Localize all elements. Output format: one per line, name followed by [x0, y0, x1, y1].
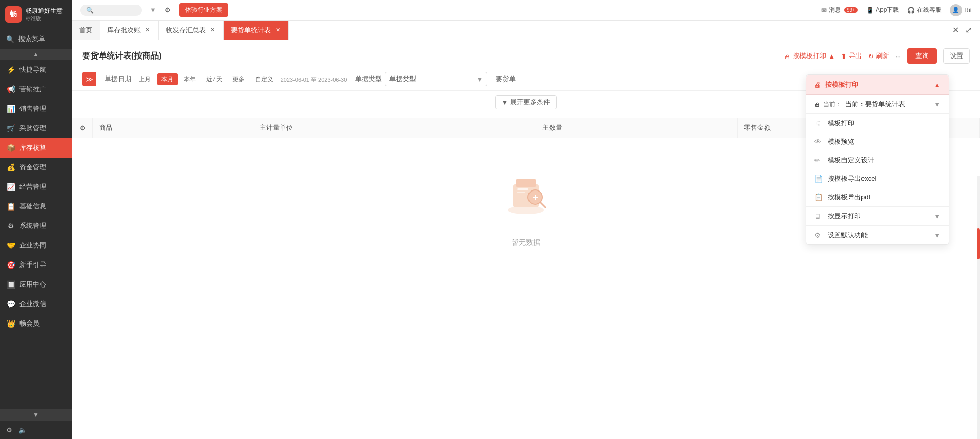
display-print-arrow: ▼: [934, 213, 940, 220]
set-default-icon: ⚙: [814, 231, 822, 239]
sound-footer-icon[interactable]: 🔈: [18, 426, 27, 434]
app-logo: 畅 畅康通好生意 标准版: [0, 0, 72, 29]
tab-order-stats[interactable]: 要货单统计表 ✕: [224, 21, 289, 40]
tab-receivables-summary[interactable]: 收发存汇总表 ✕: [159, 21, 224, 40]
wechat-icon: 💬: [6, 300, 15, 308]
messages-btn[interactable]: ✉ 消息 99+: [821, 6, 858, 14]
print-chevron-icon: ▲: [828, 52, 835, 60]
industry-btn[interactable]: 体验行业方案: [179, 3, 228, 17]
dropdown-item-set-default[interactable]: ⚙ 设置默认功能 ▼: [806, 226, 949, 244]
topbar-dropdown-icon[interactable]: ▼: [150, 6, 156, 14]
date-tab-7days[interactable]: 近7天: [202, 73, 226, 85]
tab-home[interactable]: 首页: [72, 21, 100, 40]
sidebar-search[interactable]: 🔍 搜索菜单: [0, 29, 72, 49]
messages-badge: 99+: [844, 7, 858, 13]
expand-conditions-btn[interactable]: ▼ 展开更多条件: [495, 95, 557, 109]
settings-footer-icon[interactable]: ⚙: [6, 426, 12, 434]
tab-expand-btn[interactable]: ⤢: [963, 23, 974, 37]
dropdown-item-display-print[interactable]: 🖥 按显示打印 ▼: [806, 207, 949, 225]
tab-inventory-batch-label: 库存批次账: [107, 26, 141, 35]
app-download-btn[interactable]: 📱 App下载: [866, 6, 899, 14]
sidebar-item-finance[interactable]: 💰 资金管理: [0, 158, 72, 177]
sidebar-item-wechat[interactable]: 💬 企业微信: [0, 294, 72, 314]
new-guide-label: 新手引导: [19, 260, 46, 270]
column-settings-icon[interactable]: ⚙: [80, 124, 86, 132]
goods-filter-label: 要货单: [496, 74, 516, 84]
print-dropdown-header: 🖨 按模板打印 ▲: [806, 75, 949, 95]
sidebar-footer: ⚙ 🔈: [0, 421, 72, 439]
sidebar-item-base-info[interactable]: 📋 基础信息: [0, 197, 72, 216]
tab-home-label: 首页: [79, 26, 92, 35]
settings-btn[interactable]: 设置: [943, 48, 970, 64]
online-service-btn[interactable]: 🎧 在线客服: [907, 6, 942, 14]
sidebar-item-operations[interactable]: 📈 经营管理: [0, 177, 72, 197]
tabbar: 首页 库存批次账 ✕ 收发存汇总表 ✕ 要货单统计表 ✕ ✕ ⤢: [72, 21, 980, 40]
online-service-label: 在线客服: [917, 6, 942, 14]
col-quantity: 主数量: [536, 118, 737, 138]
export-pdf-label: 按模板导出pdf: [828, 193, 870, 202]
refresh-btn[interactable]: ↻ 刷新: [868, 51, 889, 61]
scroll-up-btn[interactable]: ▲: [0, 49, 72, 60]
template-custom-label: 模板自定义设计: [828, 156, 874, 165]
sidebar-item-system[interactable]: ⚙ 系统管理: [0, 216, 72, 236]
refresh-icon: ↻: [868, 52, 874, 60]
date-tab-this-month[interactable]: 本月: [157, 73, 178, 85]
date-tab-last-month[interactable]: 上月: [134, 73, 155, 85]
quick-nav-icon: ⚡: [6, 66, 15, 74]
message-icon: ✉: [821, 7, 827, 14]
export-btn[interactable]: ⬆ 导出: [841, 51, 862, 61]
tab-inventory-batch[interactable]: 库存批次账 ✕: [100, 21, 159, 40]
service-icon: 🎧: [907, 7, 915, 14]
export-label: 导出: [849, 51, 862, 61]
print-template-btn[interactable]: 🖨 按模板打印 ▲: [784, 51, 835, 61]
sidebar-item-purchase[interactable]: 🛒 采购管理: [0, 119, 72, 138]
date-tab-more[interactable]: 更多: [228, 73, 249, 85]
dropdown-current-item[interactable]: 🖨 当前： 当前：要货单统计表 ▼: [806, 95, 949, 113]
dropdown-item-template-custom[interactable]: ✏ 模板自定义设计: [806, 151, 949, 169]
print-dropdown-close-btn[interactable]: ▲: [934, 81, 940, 89]
right-scrollbar: [977, 176, 980, 439]
dropdown-item-template-preview[interactable]: 👁 模板预览: [806, 132, 949, 151]
date-tab-this-year[interactable]: 本年: [180, 73, 200, 85]
col-unit: 主计量单位: [253, 118, 536, 138]
query-btn[interactable]: 查询: [907, 48, 937, 64]
more-actions-icon[interactable]: ···: [895, 52, 901, 60]
order-type-select[interactable]: 单据类型 ▼: [385, 72, 487, 86]
sidebar-item-inventory[interactable]: 📦 库存核算: [0, 138, 72, 158]
order-type-filter: 单据类型 单据类型 ▼: [355, 72, 487, 86]
sidebar-item-app-center[interactable]: 🔲 应用中心: [0, 275, 72, 294]
date-tab-custom[interactable]: 自定义: [251, 73, 278, 85]
system-label: 系统管理: [19, 221, 46, 231]
dropdown-set-default-section: ⚙ 设置默认功能 ▼: [806, 226, 949, 244]
col-settings[interactable]: ⚙: [72, 118, 93, 138]
sidebar-item-sales[interactable]: 📊 销售管理: [0, 99, 72, 119]
print-header-icon: 🖨: [814, 81, 821, 89]
tab-receivables-summary-close[interactable]: ✕: [209, 27, 216, 34]
sidebar-item-new-guide[interactable]: 🎯 新手引导: [0, 255, 72, 275]
current-template-name: 当前：要货单统计表: [845, 100, 905, 108]
sidebar-item-member[interactable]: 👑 畅会员: [0, 314, 72, 333]
new-guide-icon: 🎯: [6, 261, 15, 269]
wechat-label: 企业微信: [19, 299, 46, 309]
print-dropdown: 🖨 按模板打印 ▲ 🖨 当前： 当前：要货单统计表 ▼ 🖨 模板打印 👁 模板预…: [806, 74, 949, 245]
sidebar-item-collab[interactable]: 🤝 企业协同: [0, 236, 72, 255]
dropdown-item-template-print[interactable]: 🖨 模板打印: [806, 114, 949, 132]
sidebar-item-marketing[interactable]: 📢 营销推广: [0, 80, 72, 99]
topbar-search-box[interactable]: 🔍: [80, 5, 142, 16]
template-custom-icon: ✏: [814, 156, 822, 164]
user-avatar[interactable]: 👤 Rit: [950, 4, 972, 16]
sidebar-item-quick-nav[interactable]: ⚡ 快捷导航: [0, 60, 72, 80]
empty-text: 暂无数据: [512, 238, 540, 247]
filter-toggle-btn[interactable]: ≫: [82, 72, 96, 86]
scroll-down-btn[interactable]: ▼: [0, 409, 72, 421]
dropdown-item-export-excel[interactable]: 📄 按模板导出excel: [806, 169, 949, 188]
dropdown-item-export-pdf[interactable]: 📋 按模板导出pdf: [806, 188, 949, 206]
tab-inventory-batch-close[interactable]: ✕: [144, 27, 151, 34]
dropdown-current-section: 🖨 当前： 当前：要货单统计表 ▼: [806, 95, 949, 114]
topbar-gear-icon[interactable]: ⚙: [165, 6, 171, 14]
tab-close-btn[interactable]: ✕: [950, 23, 961, 37]
inventory-label: 库存核算: [19, 143, 46, 152]
sidebar-nav: ⚡ 快捷导航 📢 营销推广 📊 销售管理 🛒 采购管理 📦 库存核算 💰 资金管…: [0, 60, 72, 409]
avatar-icon: 👤: [950, 4, 962, 16]
tab-order-stats-close[interactable]: ✕: [274, 27, 281, 34]
